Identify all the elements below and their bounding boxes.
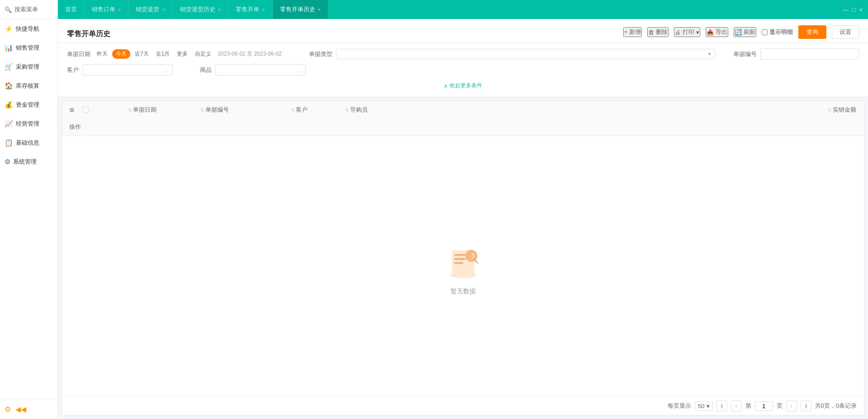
page-number-input[interactable] — [755, 401, 773, 411]
tab-retail-history[interactable]: 零售开单历史× — [273, 0, 328, 19]
tab-sales-return-history[interactable]: 销货退货历史× — [173, 0, 228, 19]
close-btn[interactable]: × — [859, 6, 863, 13]
tab-retail-open-close-icon[interactable]: × — [262, 7, 265, 12]
sort-icon-date[interactable]: ⇅ — [128, 108, 132, 113]
doc-no-label: 单据编号 — [733, 50, 757, 58]
per-page-label: 每页显示 — [668, 402, 691, 410]
doc-no-input[interactable] — [764, 51, 855, 57]
tab-sales-return-history-close-icon[interactable]: × — [218, 7, 221, 12]
doc-type-select[interactable]: ▾ — [336, 49, 715, 59]
quick-nav-icon: ⚡ — [5, 25, 13, 33]
customer-ellipsis-icon[interactable]: ... — [164, 66, 169, 73]
tab-sales-return-history-label: 销货退货历史 — [180, 5, 215, 14]
settings-icon[interactable]: ⚙ — [5, 405, 11, 414]
ops-icon: 📈 — [5, 120, 13, 128]
base-info-icon: 📋 — [5, 139, 13, 147]
tab-retail-history-label: 零售开单历史 — [280, 5, 315, 14]
prev-page-btn[interactable]: ‹ — [731, 400, 742, 411]
tab-sales-return-close-icon[interactable]: × — [162, 7, 165, 12]
main-area: 首页销售订单×销货退货×销货退货历史×零售开单×零售开单历史× — □ × 零售… — [58, 0, 868, 419]
sidebar-item-base-info[interactable]: 📋基础信息 — [0, 133, 57, 152]
table-footer: 每页显示 50 ▾ ⟪ ‹ 第 页 › ⟫ 共0页，0条记录 — [62, 396, 864, 415]
display-detail-checkbox[interactable] — [762, 29, 768, 35]
sort-icon-guide[interactable]: ⇅ — [345, 108, 349, 113]
search-icon: 🔍 — [5, 6, 12, 13]
next-page-btn[interactable]: › — [786, 400, 797, 411]
goods-input-container: ... — [215, 64, 306, 75]
tab-sales-return[interactable]: 销货退货× — [128, 0, 172, 19]
doc-type-filter: 单据类型 ▾ — [309, 49, 715, 59]
restore-btn[interactable]: □ — [852, 6, 856, 13]
sort-icon-amount[interactable]: ⇅ — [828, 108, 831, 113]
col-customer: ⇅ 客户 — [287, 101, 342, 118]
export-button[interactable]: 📤 导出 — [706, 27, 728, 37]
date-shortcut-近1月[interactable]: 近1月 — [153, 49, 173, 59]
col-amount: ⇅ 实销金额 — [824, 101, 860, 118]
col-gear-icon[interactable]: ⚙ — [69, 107, 75, 113]
content-area: 零售开单历史 + 新增 🗑 删除 🖨 打印 ▾ 📤 导出 — [58, 19, 868, 419]
sidebar-item-finance[interactable]: 💰资金管理 — [0, 95, 57, 114]
sidebar-search[interactable]: 🔍 搜索菜单 — [0, 0, 57, 19]
ops-label: 经营管理 — [16, 120, 39, 128]
goods-input[interactable] — [219, 66, 297, 73]
date-shortcut-近7天[interactable]: 近7天 — [132, 49, 152, 59]
minimize-btn[interactable]: — — [843, 6, 849, 13]
last-page-btn[interactable]: ⟫ — [801, 400, 811, 411]
table-area: ⚙ ⇅ 单据日期 ⇅ 单据编号 ⇅ 客户 ⇅ — [62, 101, 864, 415]
collapse-sidebar-icon[interactable]: ◀◀ — [15, 405, 26, 414]
customer-input[interactable] — [86, 66, 164, 73]
filter-row-2: 客户 ... 商品 ... — [67, 64, 859, 75]
print-chevron-icon: ▾ — [696, 29, 699, 36]
sidebar-bottom: ⚙ ◀◀ — [0, 399, 57, 419]
table-header: ⚙ ⇅ 单据日期 ⇅ 单据编号 ⇅ 客户 ⇅ — [62, 101, 864, 136]
sidebar-item-sales-mgmt[interactable]: 📊销售管理 — [0, 38, 57, 57]
date-shortcut-昨天[interactable]: 昨天 — [94, 49, 110, 59]
add-button[interactable]: + 新增 — [623, 27, 642, 37]
date-shortcut-自定义[interactable]: 自定义 — [192, 49, 214, 59]
col-checkbox — [79, 101, 124, 118]
delete-button[interactable]: 🗑 删除 — [647, 27, 669, 37]
collapse-up-icon: ∧ — [444, 83, 448, 89]
date-shortcut-今天[interactable]: 今天 — [112, 49, 130, 59]
page-header: 零售开单历史 + 新增 🗑 删除 🖨 打印 ▾ 📤 导出 — [58, 19, 868, 43]
tab-sales-return-label: 销货退货 — [136, 5, 159, 14]
purchase-mgmt-label: 采购管理 — [16, 63, 39, 71]
collapse-btn[interactable]: ∧ 收起更多条件 — [444, 80, 482, 91]
sort-icon-customer[interactable]: ⇅ — [291, 108, 294, 113]
tab-retail-history-close-icon[interactable]: × — [318, 7, 321, 12]
sales-mgmt-icon: 📊 — [5, 44, 13, 52]
sys-mgmt-label: 系统管理 — [13, 158, 37, 166]
sales-mgmt-label: 销售管理 — [16, 44, 39, 52]
sort-icon-docno[interactable]: ⇅ — [200, 108, 204, 113]
sys-mgmt-icon: ⚙ — [5, 158, 10, 166]
date-shortcut-更多[interactable]: 更多 — [174, 49, 190, 59]
refresh-icon: 🔄 — [735, 29, 742, 36]
empty-text: 暂无数据 — [451, 287, 476, 296]
settings-button[interactable]: 设置 — [832, 25, 859, 39]
base-info-label: 基础信息 — [16, 139, 39, 147]
display-detail-checkbox-label[interactable]: 显示明细 — [762, 28, 793, 36]
sidebar-item-purchase-mgmt[interactable]: 🛒采购管理 — [0, 57, 57, 76]
tab-sales-order[interactable]: 销售订单× — [85, 0, 128, 19]
sidebar-item-inventory[interactable]: 🏠库存核算 — [0, 76, 57, 95]
refresh-button[interactable]: 🔄 刷新 — [734, 27, 756, 37]
tab-home[interactable]: 首页 — [58, 0, 85, 19]
goods-ellipsis-icon[interactable]: ... — [297, 66, 302, 73]
svg-rect-3 — [454, 258, 465, 260]
quick-nav-label: 快捷导航 — [16, 25, 39, 33]
tab-retail-open[interactable]: 零售开单× — [228, 0, 272, 19]
select-all-checkbox[interactable] — [83, 107, 89, 113]
topbar-right: — □ × — [837, 6, 868, 13]
tab-sales-order-close-icon[interactable]: × — [118, 7, 121, 12]
print-button[interactable]: 🖨 打印 ▾ — [674, 27, 700, 37]
sidebar-item-sys-mgmt[interactable]: ⚙系统管理 — [0, 152, 57, 171]
doc-no-filter: 单据编号 — [733, 48, 859, 60]
goods-label: 商品 — [200, 66, 212, 74]
query-button[interactable]: 查询 — [798, 25, 826, 39]
per-page-select[interactable]: 50 ▾ — [695, 401, 712, 411]
sidebar-item-ops[interactable]: 📈经营管理 — [0, 114, 57, 133]
sidebar-item-quick-nav[interactable]: ⚡快捷导航 — [0, 19, 57, 38]
filter-row-collapse: ∧ 收起更多条件 — [67, 80, 859, 91]
first-page-btn[interactable]: ⟪ — [716, 400, 727, 411]
tab-sales-order-label: 销售订单 — [92, 5, 115, 14]
